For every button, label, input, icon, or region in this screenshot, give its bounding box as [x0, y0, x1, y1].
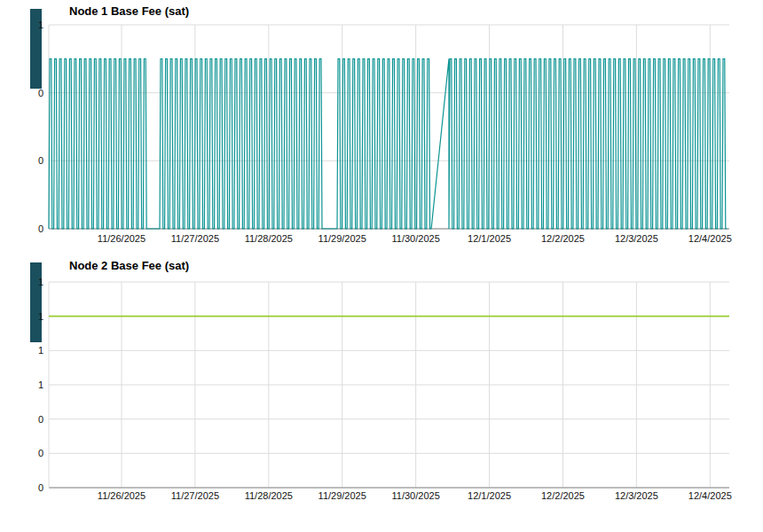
x-tick-label: 11/29/2025	[319, 233, 366, 244]
x-tick-label: 11/27/2025	[171, 233, 219, 244]
x-tick-label: 11/26/2025	[98, 233, 146, 244]
base-fee-charts-canvas: 11/26/202511/27/202511/28/202511/29/2025…	[0, 0, 763, 532]
x-tick-label: 12/2/2025	[541, 490, 585, 501]
y-tick-label: 0	[38, 155, 43, 166]
node1-base-fee-series	[49, 59, 728, 229]
x-tick-label: 12/4/2025	[688, 490, 732, 501]
node2-base-fee-plot: 11/26/202511/27/202511/28/202511/29/2025…	[38, 277, 732, 501]
x-tick-label: 11/27/2025	[171, 490, 219, 501]
x-tick-label: 11/30/2025	[392, 490, 440, 501]
y-tick-label: 1	[38, 345, 43, 356]
x-tick-label: 11/28/2025	[245, 233, 293, 244]
y-tick-label: 0	[38, 482, 43, 493]
x-tick-label: 12/3/2025	[615, 233, 658, 244]
x-tick-label: 11/30/2025	[392, 233, 440, 244]
y-tick-label: 1	[38, 20, 43, 30]
y-tick-label: 1	[38, 311, 43, 322]
x-tick-label: 11/29/2025	[319, 490, 366, 501]
x-tick-label: 12/4/2025	[688, 233, 732, 244]
x-tick-label: 12/2/2025	[541, 233, 585, 244]
y-tick-label: 0	[38, 223, 43, 234]
y-tick-label: 1	[38, 277, 43, 287]
node1-base-fee-plot: 11/26/202511/27/202511/28/202511/29/2025…	[38, 20, 732, 244]
x-tick-label: 11/28/2025	[245, 490, 293, 501]
x-tick-label: 12/1/2025	[468, 490, 511, 501]
y-tick-label: 0	[38, 448, 43, 458]
y-tick-label: 0	[38, 88, 43, 98]
y-tick-label: 0	[38, 414, 43, 425]
x-tick-label: 12/3/2025	[615, 490, 658, 501]
y-tick-label: 1	[38, 379, 43, 390]
x-tick-label: 12/1/2025	[468, 233, 511, 244]
x-tick-label: 11/26/2025	[98, 490, 146, 501]
fee-dashboard: Node 1 Base Fee (sat) Node 2 Base Fee (s…	[0, 0, 763, 532]
